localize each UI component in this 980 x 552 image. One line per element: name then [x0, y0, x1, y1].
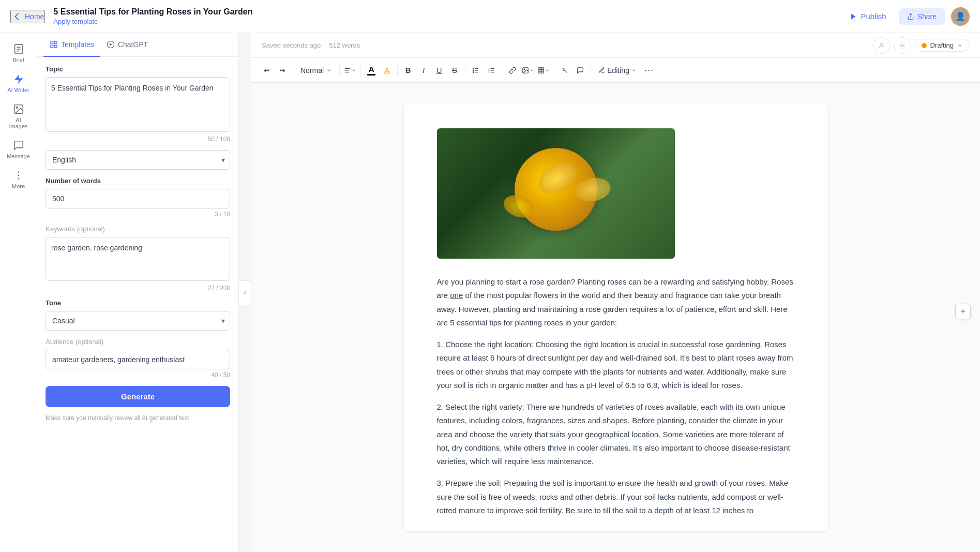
editor-content-area: Are you planning to start a rose garden?… [251, 83, 980, 552]
style-select[interactable]: Normal [296, 64, 336, 77]
editor-topbar: Saved seconds ago 512 words Drafting [251, 33, 980, 58]
svg-rect-12 [54, 41, 57, 44]
image-icon [13, 103, 24, 115]
icon-sidebar: Brief AI Writer AI Images Message More [0, 33, 37, 552]
word-count: 512 words [329, 41, 360, 49]
numbered-list-icon: 123 [488, 67, 495, 74]
add-content-button[interactable] [955, 304, 971, 319]
format-clear-icon [561, 67, 568, 74]
words-input[interactable] [46, 189, 230, 208]
top-bar: Home 5 Essential Tips for Planting Roses… [0, 0, 980, 33]
image-insert-button[interactable] [521, 63, 535, 78]
style-select-label: Normal [300, 66, 324, 74]
format-clear-button[interactable] [557, 63, 572, 78]
main-layout: Brief AI Writer AI Images Message More T… [0, 33, 980, 552]
keywords-textarea[interactable]: rose garden. rose gardening [46, 237, 230, 281]
svg-point-8 [18, 171, 19, 173]
avatar[interactable]: 👤 [951, 7, 970, 26]
comment-icon [577, 67, 584, 74]
words-input-wrap [46, 189, 230, 208]
italic-button[interactable]: I [416, 63, 431, 78]
editor-toolbar: ↩ ↪ Normal A A B I U S [251, 58, 980, 83]
highlight-button[interactable]: A [380, 63, 394, 78]
chevron-left-icon [11, 11, 23, 22]
topic-char-count: 50 / 100 [46, 136, 230, 143]
redo-button[interactable]: ↪ [275, 63, 290, 78]
table-button[interactable] [536, 63, 551, 78]
panel-content: Topic 5 Essential Tips for Planting Rose… [37, 57, 238, 552]
editor-actions: Drafting [873, 37, 970, 54]
tab-chatgpt[interactable]: ChatGPT [100, 33, 154, 57]
svg-rect-14 [54, 45, 57, 48]
keywords-label: Keywords (optional) [46, 225, 230, 233]
plus-icon [959, 308, 967, 315]
chatgpt-icon [107, 40, 115, 49]
sidebar-item-ai-images[interactable]: AI Images [3, 99, 34, 133]
chevron-left-icon-small [242, 290, 248, 296]
apply-template-link[interactable]: Apply template [53, 18, 252, 25]
comment-button[interactable] [573, 63, 587, 78]
settings-button[interactable] [894, 37, 911, 54]
svg-point-24 [473, 68, 474, 69]
link-button[interactable] [505, 63, 520, 78]
svg-text:3: 3 [488, 70, 490, 73]
editor-area: Saved seconds ago 512 words Drafting ↩ [251, 33, 980, 552]
chat-icon [13, 140, 24, 151]
publish-icon [849, 12, 857, 21]
sidebar-item-message[interactable]: Message [3, 136, 34, 163]
image-chevron-icon [529, 68, 534, 73]
more-icon [13, 170, 24, 181]
lightning-icon [13, 73, 24, 85]
svg-point-34 [524, 69, 525, 70]
svg-rect-13 [51, 45, 53, 48]
tone-select[interactable]: Casual Formal Friendly Professional [46, 311, 230, 331]
toolbar-divider-7 [554, 65, 554, 76]
drafting-badge[interactable]: Drafting [915, 39, 970, 52]
svg-point-10 [18, 178, 19, 180]
underline-button[interactable]: U [432, 63, 446, 78]
toolbar-divider-5 [465, 65, 465, 76]
home-link[interactable]: Home [10, 10, 45, 23]
audience-input[interactable] [46, 350, 230, 369]
editing-mode-select[interactable]: Editing [594, 64, 641, 77]
tab-templates[interactable]: Templates [43, 33, 100, 57]
language-select[interactable]: English Spanish French German [46, 150, 230, 170]
align-button[interactable] [343, 63, 357, 78]
top-bar-actions: Publish Share 👤 [843, 7, 970, 26]
text-color-button[interactable]: A [364, 63, 379, 78]
topic-field-wrap: 5 Essential Tips for Planting Roses in Y… [46, 77, 230, 133]
topic-textarea[interactable]: 5 Essential Tips for Planting Roses in Y… [46, 77, 230, 132]
text-color-A: A [369, 65, 374, 73]
pencil-icon [598, 67, 605, 73]
document-image [437, 128, 675, 259]
sidebar-item-brief[interactable]: Brief [3, 39, 34, 67]
panel-collapse-button[interactable] [239, 280, 251, 305]
publish-button[interactable]: Publish [843, 8, 892, 25]
align-icon [344, 67, 351, 74]
bullet-list-icon [472, 67, 479, 74]
undo-button[interactable]: ↩ [260, 63, 274, 78]
numbered-list-button[interactable]: 123 [484, 63, 499, 78]
strikethrough-button[interactable]: S [447, 63, 462, 78]
doc-icon [13, 43, 24, 55]
tab-templates-label: Templates [61, 40, 94, 49]
panel-tabs: Templates ChatGPT [37, 33, 238, 57]
topic-label: Topic [46, 65, 230, 73]
collaborators-button[interactable] [873, 37, 890, 54]
bullet-list-button[interactable] [469, 63, 483, 78]
editor-document[interactable]: Are you planning to start a rose garden?… [404, 103, 828, 531]
more-options-button[interactable]: ··· [642, 63, 656, 78]
language-select-wrap: English Spanish French German ▾ [46, 150, 230, 170]
home-area: Home 5 Essential Tips for Planting Roses… [10, 7, 252, 25]
sidebar-item-ai-writer-label: AI Writer [7, 87, 29, 93]
share-button[interactable]: Share [899, 8, 945, 25]
drafting-chevron-icon [957, 42, 963, 49]
bold-button[interactable]: B [401, 63, 415, 78]
svg-point-7 [16, 107, 18, 108]
generate-button[interactable]: Generate [46, 386, 230, 407]
table-icon [537, 67, 545, 74]
sidebar-item-more-label: More [12, 183, 25, 189]
sidebar-item-ai-writer[interactable]: AI Writer [3, 69, 34, 97]
color-bar [367, 74, 375, 76]
sidebar-item-more[interactable]: More [3, 166, 34, 193]
